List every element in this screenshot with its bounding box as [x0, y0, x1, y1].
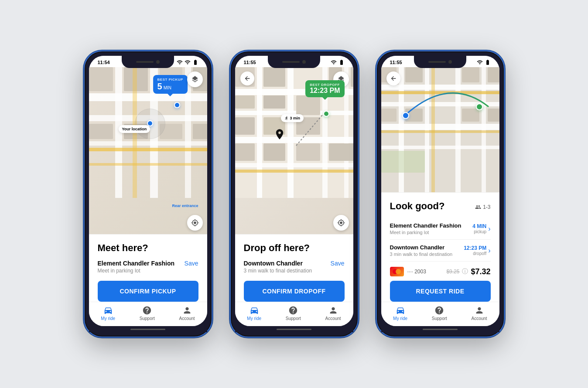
pickup-opt-time: 4 MIN	[472, 223, 486, 229]
wifi-icon-1	[185, 59, 191, 65]
location-info-1: Element Chandler Fashion Meet in parking…	[98, 260, 175, 274]
support-icon-1	[142, 306, 152, 315]
save-link-1[interactable]: Save	[185, 260, 198, 267]
back-btn-3[interactable]	[386, 71, 400, 85]
signal-icon-1	[177, 59, 183, 65]
car-icon-1	[103, 306, 113, 315]
nav-my-ride-3[interactable]: My ride	[393, 306, 407, 321]
card-number: ···· 2003	[407, 269, 426, 275]
nav-label-account-3: Account	[472, 316, 487, 321]
bottom-nav-2: My ride Support Account	[235, 302, 353, 326]
status-time-1: 11:54	[98, 60, 110, 65]
svg-rect-36	[235, 143, 255, 161]
phone-2-screen: 11:55	[235, 56, 353, 326]
speaker-1	[136, 61, 154, 63]
nav-support-1[interactable]: Support	[140, 306, 155, 321]
pickup-opt-label: pickup	[472, 229, 486, 234]
location-target-btn-2[interactable]	[333, 215, 349, 231]
dropoff-option-info: Downtown Chandler 3 min walk to final de…	[390, 244, 453, 257]
loc-sub-2: 3 min walk to final destination	[244, 268, 312, 274]
battery-icon-1	[192, 59, 198, 65]
svg-rect-27	[263, 67, 285, 87]
save-link-2[interactable]: Save	[331, 260, 345, 267]
bottom-panel-1: Meet here? Element Chandler Fashion Meet…	[89, 234, 207, 302]
meet-title-2: Drop off here?	[244, 242, 345, 254]
phone-2: 11:55	[230, 51, 359, 337]
camera-1	[156, 60, 160, 64]
dropoff-opt-label: dropoff	[464, 251, 486, 256]
map-layers-btn-1[interactable]	[187, 71, 203, 87]
signal-icon-2	[331, 59, 337, 65]
price-area: $9.25 ⓘ $7.32	[446, 267, 490, 276]
phone-3-frame: 11:55	[376, 51, 505, 337]
svg-rect-22	[257, 67, 262, 198]
speaker-2	[282, 61, 300, 63]
back-icon-2	[244, 75, 251, 82]
map-area-3	[381, 67, 499, 192]
nav-label-ride-2: My ride	[247, 316, 261, 321]
passengers-count: 1-3	[483, 204, 490, 210]
payment-row: ···· 2003 $9.25 ⓘ $7.32	[390, 262, 491, 281]
pickup-option-row[interactable]: Element Chandler Fashion Meet in parking…	[390, 218, 491, 240]
dropoff-opt-sub: 3 min walk to final destination	[390, 252, 453, 257]
battery-icon-2	[338, 59, 345, 65]
account-icon-1	[182, 306, 192, 315]
pickup-tooltip-label: BEST PICKUP	[157, 78, 183, 82]
passengers-badge: 1-3	[475, 204, 490, 210]
pickup-opt-name: Element Chandler Fashion	[390, 222, 462, 229]
phone-1: 11:54	[84, 51, 212, 337]
phone-3-screen: 11:55	[381, 56, 499, 326]
pickup-opt-sub: Meet in parking lot	[390, 230, 462, 235]
home-bar-3	[381, 326, 499, 332]
camera-2	[302, 60, 306, 64]
home-bar-2	[235, 326, 353, 332]
location-target-btn-1[interactable]	[187, 215, 203, 231]
nav-account-2[interactable]: Account	[325, 306, 341, 321]
dropoff-tooltip-value: 12:23 PM	[310, 87, 340, 95]
confirm-pickup-button[interactable]: CONFIRM PICKUP	[98, 281, 198, 302]
request-ride-button[interactable]: REQUEST RIDE	[390, 281, 491, 302]
svg-rect-28	[235, 95, 255, 109]
walk-badge-2: 3 min	[281, 114, 304, 122]
walk-icon-2	[284, 116, 289, 120]
look-good-title: Look good?	[390, 201, 445, 212]
dropoff-opt-right: 12:23 PM dropoff ›	[464, 245, 490, 256]
speaker-3	[428, 61, 446, 63]
pin-icon-2	[273, 128, 286, 140]
bottom-nav-1: My ride Support Account	[89, 302, 207, 326]
status-bar-1: 11:54	[89, 56, 207, 67]
tooltip-tail-green	[322, 97, 328, 100]
map-area-1: Your location BEST PICKUP 5 MIN	[89, 67, 207, 234]
nav-account-3[interactable]: Account	[472, 306, 487, 321]
nav-my-ride-1[interactable]: My ride	[101, 306, 115, 321]
back-btn-2[interactable]	[240, 71, 254, 85]
home-indicator-3	[423, 329, 458, 330]
notch-1	[122, 56, 174, 68]
meet-title-1: Meet here?	[98, 242, 198, 254]
nav-my-ride-2[interactable]: My ride	[247, 306, 261, 321]
account-icon-2	[328, 306, 338, 315]
home-indicator-1	[130, 329, 165, 330]
target-icon-2	[337, 219, 345, 227]
confirm-dropoff-button[interactable]: CONFIRM DROPOFF	[244, 281, 345, 302]
price-info-icon: ⓘ	[462, 268, 468, 276]
dropoff-opt-name: Downtown Chandler	[390, 244, 453, 251]
svg-rect-21	[235, 163, 353, 167]
nav-label-support-2: Support	[286, 316, 301, 321]
bottom-panel-3: Look good? 1-3 Element Chandler Fashion …	[381, 192, 499, 302]
pickup-option-info: Element Chandler Fashion Meet in parking…	[390, 222, 462, 235]
layers-icon-1	[191, 75, 199, 83]
status-bar-2: 11:55	[235, 56, 353, 67]
pickup-tooltip: BEST PICKUP 5 MIN	[153, 75, 188, 94]
svg-rect-5	[89, 141, 207, 146]
signal-icon-3	[477, 59, 483, 65]
dropoff-chevron-icon: ›	[488, 247, 490, 255]
nav-account-1[interactable]: Account	[179, 306, 195, 321]
nav-support-3[interactable]: Support	[432, 306, 447, 321]
dropoff-option-row[interactable]: Downtown Chandler 3 min walk to final de…	[390, 240, 491, 262]
pickup-tooltip-value: 5	[157, 82, 162, 91]
nav-support-2[interactable]: Support	[286, 306, 301, 321]
map-area-2: BEST DROPOFF 12:23 PM	[235, 67, 353, 234]
support-icon-3	[434, 306, 444, 315]
walk-label-2: 3 min	[290, 116, 301, 120]
